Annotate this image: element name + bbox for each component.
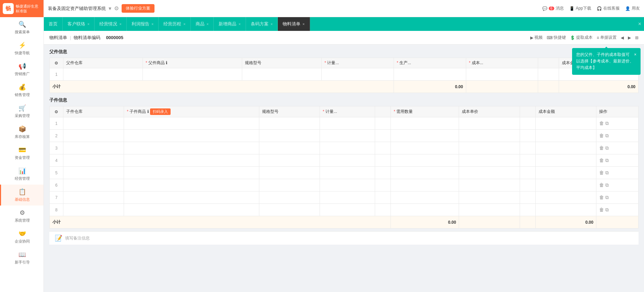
child-quantity-cell[interactable] [391, 204, 459, 216]
child-product-cell[interactable] [124, 179, 259, 191]
child-product-cell[interactable] [124, 191, 259, 204]
sidebar-item-basic_info[interactable]: 📋基础信息 [0, 185, 44, 206]
child-spec-cell[interactable] [259, 117, 320, 130]
tab-goods[interactable]: 商品× [191, 17, 214, 31]
user-area[interactable]: 👤 用友 [625, 5, 640, 11]
child-unit-cost-cell[interactable] [459, 130, 520, 142]
child-unit-cell[interactable] [320, 154, 375, 167]
sidebar-item-guide[interactable]: 📖新手引导 [0, 247, 44, 268]
child-quantity-cell[interactable] [391, 179, 459, 191]
tab-customers[interactable]: 客户联络× [63, 17, 95, 31]
child-warehouse-cell[interactable] [63, 130, 124, 142]
tab-new_goods[interactable]: 新增商品× [214, 17, 246, 31]
child-warehouse-cell[interactable] [63, 179, 124, 191]
delete-icon-row5[interactable]: 🗑 [599, 170, 604, 176]
child-quantity-cell[interactable] [391, 191, 459, 204]
child-warehouse-cell[interactable] [63, 154, 124, 167]
tab-bom[interactable]: 物料清单× [278, 17, 310, 31]
parent-spec-cell[interactable] [242, 68, 322, 81]
copy-icon-row6[interactable]: ⧉ [605, 182, 609, 188]
prev-icon[interactable]: ◀ [621, 35, 624, 40]
copy-icon-row8[interactable]: ⧉ [605, 207, 609, 213]
tab-profit[interactable]: 利润报告× [127, 17, 159, 31]
child-unit-cell[interactable] [320, 191, 375, 204]
extract-cost-action[interactable]: 💲 提取成本 [570, 35, 593, 40]
copy-icon-row1[interactable]: ⧉ [605, 120, 609, 126]
child-quantity-cell[interactable] [391, 117, 459, 130]
child-quantity-cell[interactable] [391, 142, 459, 154]
parent-cost-cell[interactable] [466, 68, 538, 81]
app-download-area[interactable]: 📱 App下载 [569, 5, 591, 11]
child-unit-cost-cell[interactable] [459, 167, 520, 179]
child-spec-cell[interactable] [259, 154, 320, 167]
child-unit-cost-cell[interactable] [459, 142, 520, 154]
child-warehouse-cell[interactable] [63, 142, 124, 154]
child-unit-cell[interactable] [320, 130, 375, 142]
sidebar-item-operations_mgmt[interactable]: 📊经营管理 [0, 164, 44, 185]
copy-icon-row2[interactable]: ⧉ [605, 133, 609, 139]
settings-dropdown-icon[interactable]: ▾ [109, 5, 111, 12]
parent-warehouse-cell[interactable] [63, 68, 143, 81]
child-unit-cell[interactable] [320, 204, 375, 216]
shortcut-action[interactable]: ⌨ 快捷键 [547, 35, 566, 40]
child-unit-cost-cell[interactable] [459, 117, 520, 130]
sidebar-item-enterprise[interactable]: 🤝企业协同 [0, 226, 44, 247]
scan-btn[interactable]: 扫码录入 [150, 108, 171, 115]
delete-icon-row7[interactable]: 🗑 [599, 195, 604, 200]
message-icon-area[interactable]: 💬 6 消息 [542, 5, 564, 11]
parent-produce-cell[interactable] [394, 68, 466, 81]
copy-icon-row3[interactable]: ⧉ [605, 145, 609, 151]
child-unit-cell[interactable] [320, 167, 375, 179]
trial-button[interactable]: 体验行业方案 [122, 4, 154, 13]
sidebar-item-purchase[interactable]: 🛒采购管理 [0, 101, 44, 122]
tab-close-goods[interactable]: × [207, 22, 209, 26]
tab-close-customers[interactable]: × [87, 22, 89, 26]
view-action[interactable]: ▶ 视频 [530, 35, 543, 40]
copy-icon-row7[interactable]: ⧉ [605, 195, 609, 200]
tab-operations[interactable]: 经营情况× [95, 17, 126, 31]
child-spec-cell[interactable] [259, 191, 320, 204]
child-unit-cell[interactable] [320, 117, 375, 130]
child-quantity-cell[interactable] [391, 167, 459, 179]
tab-close-profit[interactable]: × [151, 22, 153, 26]
tab-home[interactable]: 首页 [44, 17, 63, 31]
delete-icon-row6[interactable]: 🗑 [599, 182, 604, 188]
grid-icon[interactable]: ⊞ [635, 35, 639, 40]
child-unit-cell[interactable] [320, 142, 375, 154]
child-unit-cost-cell[interactable] [459, 191, 520, 204]
child-spec-cell[interactable] [259, 204, 320, 216]
delete-icon-row2[interactable]: 🗑 [599, 133, 604, 139]
child-warehouse-cell[interactable] [63, 167, 124, 179]
tab-close-bom[interactable]: × [302, 22, 305, 26]
sidebar-item-system[interactable]: ⚙系统管理 [0, 206, 44, 226]
tab-close-barcode[interactable]: × [271, 22, 273, 26]
next-icon[interactable]: ▶ [628, 35, 631, 40]
sidebar-item-quicknav[interactable]: ⚡快捷导航 [0, 38, 44, 59]
copy-icon-row5[interactable]: ⧉ [605, 170, 609, 176]
tab-close-new_goods[interactable]: × [238, 22, 240, 26]
delete-icon-row1[interactable]: 🗑 [599, 120, 604, 126]
sidebar-item-finance[interactable]: 💳资金管理 [0, 143, 44, 164]
single-settings-action[interactable]: ≡ 单据设置 [597, 35, 617, 40]
child-spec-cell[interactable] [259, 130, 320, 142]
tab-close-history[interactable]: × [183, 22, 185, 26]
child-spec-cell[interactable] [259, 179, 320, 191]
delete-icon-row3[interactable]: 🗑 [599, 145, 604, 151]
child-product-cell[interactable] [124, 142, 259, 154]
child-spec-cell[interactable] [259, 142, 320, 154]
tab-close-operations[interactable]: × [119, 22, 121, 26]
child-quantity-cell[interactable] [391, 130, 459, 142]
child-product-cell[interactable] [124, 167, 259, 179]
tab-barcode[interactable]: 条码方案× [246, 17, 278, 31]
child-product-cell[interactable] [124, 204, 259, 216]
child-spec-cell[interactable] [259, 167, 320, 179]
sidebar-item-marketing[interactable]: 📢营销推广 [0, 59, 44, 80]
child-warehouse-cell[interactable] [63, 117, 124, 130]
child-warehouse-cell[interactable] [63, 204, 124, 216]
parent-product-cell[interactable] [143, 68, 242, 81]
sidebar-item-sales[interactable]: 💰销售管理 [0, 80, 44, 101]
child-unit-cost-cell[interactable] [459, 204, 520, 216]
delete-icon-row8[interactable]: 🗑 [599, 207, 604, 213]
delete-icon-row4[interactable]: 🗑 [599, 157, 604, 163]
child-product-cell[interactable] [124, 117, 259, 130]
